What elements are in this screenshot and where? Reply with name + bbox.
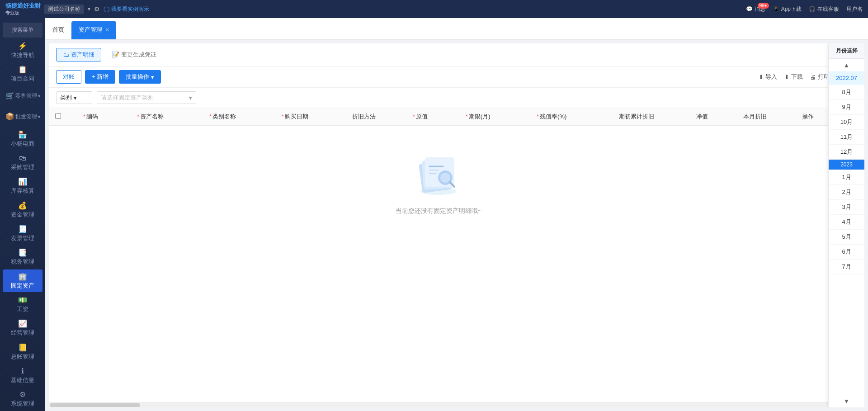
asset-detail-icon: 🗂 bbox=[63, 51, 69, 58]
sidebar-item-tax[interactable]: 📑 税务管理 bbox=[3, 246, 42, 269]
finance-icon: 💰 bbox=[18, 201, 27, 210]
category-type-selector[interactable]: 类别 ▾ bbox=[56, 91, 92, 104]
sidebar-item-ledger[interactable]: 📒 总账管理 bbox=[3, 340, 42, 363]
online-service-button[interactable]: 🎧 在线客服 bbox=[809, 5, 839, 13]
month-item-8[interactable]: 8月 bbox=[829, 85, 864, 100]
month-nav-up-button[interactable]: ▲ bbox=[844, 61, 850, 69]
tab-close-icon[interactable]: × bbox=[106, 27, 109, 33]
download-button[interactable]: ⬇ 下载 bbox=[783, 71, 805, 83]
import-button[interactable]: ⬇ 导入 bbox=[757, 71, 779, 83]
purchase-icon: 🛍 bbox=[19, 154, 26, 162]
company-selector[interactable]: 测试公司名称 bbox=[44, 5, 84, 14]
category-type-dropdown-icon: ▾ bbox=[74, 94, 77, 101]
ledger-icon: 📒 bbox=[18, 343, 27, 352]
tab-bar: 首页 资产管理 × bbox=[45, 18, 868, 40]
bottom-scrollbar[interactable] bbox=[49, 402, 864, 407]
empty-state: 当前您还没有固定资产明细哦~ bbox=[49, 126, 828, 242]
select-all-checkbox[interactable] bbox=[55, 113, 61, 119]
month-nav-down-button[interactable]: ▼ bbox=[844, 397, 850, 405]
tax-icon: 📑 bbox=[18, 248, 27, 257]
change-voucher-icon: 📝 bbox=[112, 51, 119, 58]
month-item-4[interactable]: 4月 bbox=[829, 215, 864, 230]
sub-tab-asset-detail[interactable]: 🗂 资产明细 bbox=[56, 48, 101, 61]
sidebar-item-inventory[interactable]: 📊 库存核算 bbox=[3, 175, 42, 198]
invoice-icon: 🧾 bbox=[18, 225, 27, 233]
sidebar-item-ecommerce[interactable]: 🏪 小畅电商 bbox=[3, 128, 42, 151]
category-select-input[interactable]: 请选择固定资产类别 ▾ bbox=[97, 91, 196, 104]
main-layout: 搜索菜单 ⚡ 快捷导航 📋 项目合同 🛒 零售管理 ▾ 📦 批发管理 ▾ 🏪 小… bbox=[0, 18, 868, 411]
user-info[interactable]: 用户名 bbox=[846, 5, 863, 13]
month-nav-down: ▼ bbox=[829, 395, 864, 407]
wholesale-icon: 📦 bbox=[5, 112, 14, 121]
sidebar-item-wholesale[interactable]: 📦 批发管理 ▾ bbox=[3, 107, 42, 127]
sidebar-item-system[interactable]: ⚙ 系统管理 bbox=[3, 388, 42, 411]
table-header-net-value: 净值 bbox=[682, 108, 722, 126]
month-item-6[interactable]: 6月 bbox=[829, 245, 864, 260]
sidebar: 搜索菜单 ⚡ 快捷导航 📋 项目合同 🛒 零售管理 ▾ 📦 批发管理 ▾ 🏪 小… bbox=[0, 18, 45, 411]
sidebar-item-salary[interactable]: 💵 工资 bbox=[3, 293, 42, 316]
top-bar-left: 畅捷通好业财 专业版 测试公司名称 ▾ ⚙ ◯ 我要看实例演示 bbox=[5, 2, 741, 16]
demo-link[interactable]: ◯ 我要看实例演示 bbox=[104, 5, 149, 13]
batch-ops-button[interactable]: 批量操作 ▾ bbox=[119, 70, 161, 84]
company-dropdown-icon[interactable]: ▾ bbox=[88, 6, 90, 12]
new-button[interactable]: + 新增 bbox=[85, 70, 115, 84]
month-item-5[interactable]: 5月 bbox=[829, 230, 864, 245]
asset-table: *编码 *资产名称 *类别名称 *购买日期 折旧方法 *原值 *期限(月) *残… bbox=[49, 108, 828, 126]
month-item-1[interactable]: 1月 bbox=[829, 170, 864, 185]
settings-icon[interactable]: ⚙ bbox=[94, 5, 100, 13]
inventory-icon: 📊 bbox=[18, 177, 27, 186]
sidebar-item-finance[interactable]: 💰 资金管理 bbox=[3, 198, 42, 221]
print-icon: 🖨 bbox=[810, 74, 816, 80]
message-button[interactable]: 💬 消息 99+ bbox=[746, 5, 765, 13]
tab-home[interactable]: 首页 bbox=[45, 21, 71, 39]
app-download-button[interactable]: 📱 App下载 bbox=[773, 5, 802, 13]
tab-asset-management[interactable]: 资产管理 × bbox=[71, 21, 116, 39]
filter-bar: 类别 ▾ 请选择固定资产类别 ▾ bbox=[49, 88, 864, 108]
month-item-current-year-badge: 2023 bbox=[829, 160, 864, 170]
month-panel: 月份选择 ▲ 2022.07 8月 9月 10月 11月 12月 2023 1月… bbox=[828, 43, 864, 407]
fixed-assets-icon: 🏢 bbox=[18, 272, 27, 281]
quick-nav-icon: ⚡ bbox=[18, 42, 27, 50]
top-bar: 畅捷通好业财 专业版 测试公司名称 ▾ ⚙ ◯ 我要看实例演示 💬 消息 99+… bbox=[0, 0, 868, 18]
table-header-dep-method: 折旧方法 bbox=[331, 108, 396, 126]
sidebar-item-purchase[interactable]: 🛍 采购管理 bbox=[3, 151, 42, 174]
sidebar-item-basic-info[interactable]: ℹ 基础信息 bbox=[3, 364, 42, 387]
ecommerce-icon: 🏪 bbox=[18, 130, 27, 139]
month-item-7[interactable]: 7月 bbox=[829, 260, 864, 274]
retail-icon: 🛒 bbox=[5, 91, 14, 100]
sidebar-item-project[interactable]: 📋 项目合同 bbox=[3, 62, 42, 85]
app-logo: 畅捷通好业财 专业版 bbox=[5, 2, 41, 16]
month-item-selected[interactable]: 2022.07 bbox=[829, 71, 864, 85]
basic-info-icon: ℹ bbox=[21, 367, 24, 375]
sidebar-item-retail[interactable]: 🛒 零售管理 ▾ bbox=[3, 86, 42, 106]
reconcile-button[interactable]: 对账 bbox=[56, 70, 81, 84]
svg-point-5 bbox=[440, 173, 450, 183]
sidebar-search[interactable]: 搜索菜单 bbox=[3, 23, 42, 38]
retail-arrow-icon: ▾ bbox=[38, 94, 40, 99]
table-header-code: *编码 bbox=[67, 108, 114, 126]
table-header-residual-rate: *残值率(%) bbox=[512, 108, 591, 126]
sidebar-item-operations[interactable]: 📈 经营管理 bbox=[3, 317, 42, 340]
month-item-9[interactable]: 9月 bbox=[829, 100, 864, 115]
month-nav-up: ▲ bbox=[829, 59, 864, 71]
table-header-monthly-dep: 本月折旧 bbox=[722, 108, 788, 126]
month-item-10[interactable]: 10月 bbox=[829, 115, 864, 130]
action-bar: 对账 + 新增 批量操作 ▾ ⬇ 导入 ⬇ 下载 🖨 bbox=[49, 66, 864, 88]
month-item-3[interactable]: 3月 bbox=[829, 200, 864, 215]
sub-tab-change-voucher[interactable]: 📝 变更生成凭证 bbox=[105, 48, 163, 61]
month-item-2[interactable]: 2月 bbox=[829, 185, 864, 200]
message-icon: 💬 bbox=[746, 6, 753, 12]
system-icon: ⚙ bbox=[19, 390, 26, 399]
table-header-name: *资产名称 bbox=[114, 108, 187, 126]
empty-icon bbox=[411, 153, 466, 198]
scroll-thumb[interactable] bbox=[50, 403, 140, 407]
empty-text: 当前您还没有固定资产明细哦~ bbox=[396, 207, 481, 215]
sidebar-item-invoice[interactable]: 🧾 发票管理 bbox=[3, 222, 42, 245]
sidebar-item-quick-nav[interactable]: ⚡ 快捷导航 bbox=[3, 39, 42, 61]
headset-icon: 🎧 bbox=[809, 6, 816, 12]
sidebar-item-fixed-assets[interactable]: 🏢 固定资产 bbox=[3, 269, 42, 292]
month-item-11[interactable]: 11月 bbox=[829, 130, 864, 145]
month-item-12[interactable]: 12月 bbox=[829, 145, 864, 160]
table-header-checkbox bbox=[49, 108, 67, 126]
wholesale-arrow-icon: ▾ bbox=[38, 114, 40, 119]
